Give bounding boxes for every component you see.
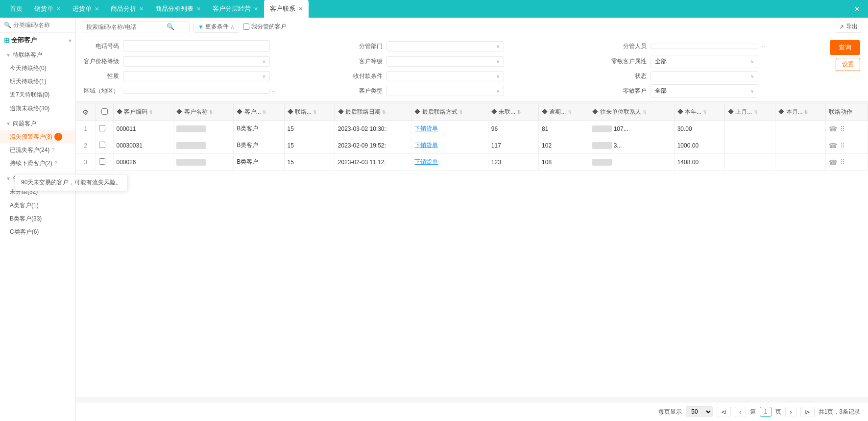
filter-area-select[interactable] — [123, 89, 270, 94]
search-icon[interactable]: 🔍 — [167, 23, 174, 30]
filter-status-select[interactable]: ∨ — [651, 71, 758, 81]
window-close-button[interactable]: ✕ — [850, 4, 864, 14]
filter-gender-select[interactable]: ∨ — [123, 71, 270, 81]
more-filter-button[interactable]: ▼ 更多条件 ∧ — [193, 21, 239, 33]
th-code-sort[interactable]: ⇅ — [149, 110, 153, 115]
tab-goods-analysis[interactable]: 商品分析 ✕ — [105, 0, 149, 18]
tab-sales[interactable]: 销货单 ✕ — [28, 0, 67, 18]
action-phone-1[interactable]: ☎ — [829, 142, 837, 149]
row-checkbox-2[interactable] — [99, 158, 105, 165]
filter-row-4: 区域（地区） ··· 客户类型 ∨ 零敏客户 — [84, 84, 860, 98]
th-overdue-sort[interactable]: ⇅ — [568, 110, 572, 115]
tab-customer-contact-close[interactable]: ✕ — [298, 6, 303, 12]
action-icons-2: ☎ ⠿ — [829, 158, 865, 166]
tab-goods-list-close[interactable]: ✕ — [196, 6, 201, 12]
sidebar-item-class-b[interactable]: B类客户(33) — [0, 212, 75, 225]
search-input[interactable] — [86, 24, 165, 30]
th-last-way-label: ◆ 最后联络方式 — [414, 108, 457, 115]
th-this-month-sort[interactable]: ⇅ — [804, 110, 808, 115]
tab-customer-tier-close[interactable]: ✕ — [254, 6, 258, 12]
sidebar-item-class-a[interactable]: A类客户(1) — [0, 199, 75, 212]
tab-purchase[interactable]: 进货单 ✕ — [67, 0, 105, 18]
tab-sales-close[interactable]: ✕ — [56, 6, 61, 12]
export-button[interactable]: ↗ 导出 — [835, 21, 862, 33]
filter-payment-select[interactable]: ∨ — [386, 71, 504, 81]
filter-customer-type-field: 客户类型 ∨ — [347, 86, 596, 96]
th-last-month-sort[interactable]: ⇅ — [754, 110, 758, 115]
sidebar-item-today[interactable]: 今天待联络(0) — [0, 62, 75, 75]
sidebar-item-churn-warning[interactable]: 流失预警客户(3) ! — [0, 130, 75, 144]
filter-person-select[interactable] — [651, 44, 758, 49]
th-annual-sort[interactable]: ⇅ — [703, 110, 707, 115]
sidebar-all-customers[interactable]: ⊞ 全部客户 « — [0, 33, 75, 48]
th-unit-contact-sort[interactable]: ⇅ — [643, 110, 647, 115]
filter-price-level-select[interactable]: ∨ — [123, 56, 270, 67]
table-row: 2 00030031 B类客户 15 2023-02-09 19:52: 下销货… — [76, 137, 868, 154]
th-last-date-sort[interactable]: ⇅ — [382, 110, 386, 115]
th-action: 联络动作 — [826, 104, 868, 121]
select-all-checkbox[interactable] — [101, 108, 108, 115]
last-way-link-2[interactable]: 下销货单 — [414, 158, 438, 165]
table-gear-icon[interactable]: ⚙ — [82, 108, 89, 116]
td-type-1: B类客户 — [234, 137, 284, 154]
filter-leke-customer-select[interactable]: 全部 ∨ — [651, 84, 758, 98]
my-customer-checkbox-area[interactable]: 我分管的客户 — [243, 23, 287, 31]
action-more-1[interactable]: ⠿ — [840, 142, 845, 149]
sidebar-item-tomorrow[interactable]: 明天待联络(1) — [0, 75, 75, 88]
tab-goods-analysis-close[interactable]: ✕ — [139, 6, 144, 12]
tab-goods-list[interactable]: 商品分析列表 ✕ — [149, 0, 207, 18]
td-annual-2: 1408.00 — [674, 154, 724, 171]
sidebar-item-7days[interactable]: 近7天待联络(0) — [0, 88, 75, 101]
tab-customer-tier[interactable]: 客户分层经营 ✕ — [207, 0, 264, 18]
tab-customer-contact[interactable]: 客户联系 ✕ — [264, 0, 309, 18]
action-phone-2[interactable]: ☎ — [829, 158, 837, 166]
last-way-link-1[interactable]: 下销货单 — [414, 142, 438, 149]
my-customer-checkbox[interactable] — [243, 24, 249, 30]
page-next-button[interactable]: › — [785, 407, 796, 417]
row-checkbox-1[interactable] — [99, 142, 105, 148]
sidebar-search-icon: 🔍 — [4, 22, 11, 28]
action-more-0[interactable]: ⠿ — [840, 125, 845, 133]
settings-button[interactable]: 设置 — [836, 58, 860, 71]
row-checkbox-0[interactable] — [99, 125, 105, 131]
sidebar-search-input[interactable] — [13, 22, 76, 28]
filter-level-select[interactable]: ∨ — [386, 56, 504, 67]
th-type-sort[interactable]: ⇅ — [263, 110, 266, 115]
sidebar-collapse-icon[interactable]: « — [69, 37, 72, 43]
page-first-button[interactable]: ⊲ — [717, 407, 731, 417]
filter-phone-input[interactable] — [123, 40, 270, 52]
filter-customer-type-select[interactable]: ∨ — [386, 86, 504, 96]
sidebar-item-declining[interactable]: 持续下滑客户(2) ? — [0, 157, 75, 170]
td-overdue-2: 108 — [539, 154, 589, 171]
last-way-link-0[interactable]: 下销货单 — [414, 125, 438, 132]
th-name-sort[interactable]: ⇅ — [209, 110, 213, 115]
filter-area-more[interactable]: ··· — [272, 88, 277, 95]
sidebar-item-overdue[interactable]: 逾期未联络(30) — [0, 102, 75, 115]
tab-goods-analysis-label: 商品分析 — [111, 4, 136, 13]
pending-arrow-icon: ▼ — [6, 52, 11, 58]
td-contact-1: 15 — [284, 137, 335, 154]
problem-arrow-icon: ▼ — [6, 121, 11, 126]
filter-dept-field: 分管部门 ∨ — [347, 41, 596, 51]
th-no-contact-sort[interactable]: ⇅ — [517, 110, 521, 115]
sidebar-item-churned[interactable]: 已流失客户(24) ? — [0, 144, 75, 157]
filter-payment-label: 收付款条件 — [347, 72, 386, 80]
th-contact-sort[interactable]: ⇅ — [313, 110, 317, 115]
sidebar-group-problem-title[interactable]: ▼ 问题客户 — [0, 117, 75, 130]
sidebar-group-pending-title[interactable]: ▼ 待联络客户 — [0, 49, 75, 62]
page-prev-button[interactable]: ‹ — [735, 407, 746, 417]
filter-dept-select[interactable]: ∨ — [386, 41, 504, 51]
filter-leke-attr-select[interactable]: 全部 ∨ — [651, 55, 758, 68]
tab-purchase-close[interactable]: ✕ — [95, 6, 99, 12]
sidebar-item-class-c[interactable]: C类客户(6) — [0, 225, 75, 239]
td-action-1: ☎ ⠿ — [826, 137, 868, 154]
page-last-button[interactable]: ⊳ — [800, 407, 815, 417]
filter-person-more[interactable]: ··· — [760, 43, 765, 50]
query-button[interactable]: 查询 — [830, 40, 860, 55]
action-phone-0[interactable]: ☎ — [829, 125, 837, 133]
horizontal-scrollbar[interactable] — [76, 397, 868, 402]
action-more-2[interactable]: ⠿ — [840, 158, 845, 166]
per-page-select[interactable]: 50 100 200 — [686, 406, 713, 417]
tab-home[interactable]: 首页 — [4, 0, 28, 18]
th-last-way-sort[interactable]: ⇅ — [459, 110, 463, 115]
